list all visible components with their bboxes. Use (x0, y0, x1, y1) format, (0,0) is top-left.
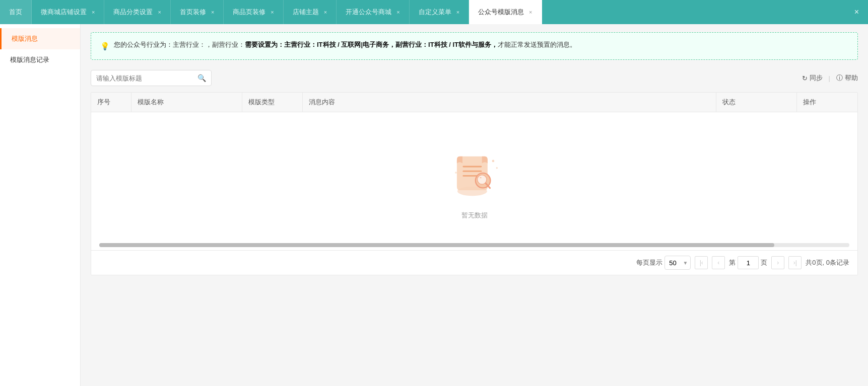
close-open-wechat-shop-tab[interactable]: × (396, 10, 399, 15)
weshop-tab-label: 微商城店铺设置 (41, 8, 87, 17)
tab-weshop-settings[interactable]: 微商城店铺设置 × (32, 0, 104, 24)
content-area: 💡 您的公众号行业为：主营行业：，副营行业：需要设置为：主营行业：IT科技 / … (81, 24, 868, 386)
svg-point-8 (492, 160, 494, 163)
home-decoration-tab-label: 首页装修 (180, 8, 206, 17)
alert-text: 您的公众号行业为：主营行业：，副营行业：需要设置为：主营行业：IT科技 / 互联… (114, 40, 848, 50)
tab-shop-theme[interactable]: 店铺主题 × (284, 0, 337, 24)
alert-highlight: 需要设置为：主营行业：IT科技 / 互联网|电子商务，副营行业：IT科技 / I… (245, 41, 498, 48)
svg-point-9 (496, 167, 497, 169)
toolbar: 🔍 ↻ 同步 | ⓘ 帮助 (91, 70, 858, 86)
tab-product-decoration[interactable]: 商品页装修 × (224, 0, 283, 24)
close-custom-menu-tab[interactable]: × (456, 10, 459, 15)
page-number-input[interactable] (738, 256, 759, 269)
sync-label: 同步 (810, 73, 823, 83)
page-label: 第 (729, 258, 736, 267)
sidebar-template-message-label: 模版消息 (12, 35, 38, 42)
empty-state-icon (444, 142, 505, 203)
th-name: 模版名称 (131, 93, 242, 112)
close-template-message-tab[interactable]: × (529, 10, 532, 15)
sync-button[interactable]: ↻ 同步 (802, 73, 823, 83)
tab-template-message[interactable]: 公众号模版消息 × (469, 0, 542, 24)
tab-open-wechat-shop[interactable]: 开通公众号商城 × (337, 0, 409, 24)
empty-state: 暂无数据 (91, 112, 857, 240)
empty-text: 暂无数据 (461, 211, 488, 220)
help-button[interactable]: ⓘ 帮助 (836, 73, 858, 83)
search-input[interactable] (96, 74, 197, 82)
page-input-wrap: 第 页 (729, 256, 767, 269)
help-label: 帮助 (845, 73, 858, 83)
th-content: 消息内容 (303, 93, 716, 112)
alert-prefix: 您的公众号行业为：主营行业：，副营行业： (114, 41, 245, 48)
sidebar-template-message-log-label: 模版消息记录 (10, 56, 49, 63)
total-info: 共0页, 0条记录 (806, 258, 849, 267)
th-action: 操作 (797, 93, 857, 112)
alert-box: 💡 您的公众号行业为：主营行业：，副营行业：需要设置为：主营行业：IT科技 / … (91, 32, 858, 60)
svg-point-10 (455, 172, 457, 174)
th-seq: 序号 (91, 93, 131, 112)
product-decoration-tab-label: 商品页装修 (233, 8, 265, 17)
main-layout: 模版消息 模版消息记录 💡 您的公众号行业为：主营行业：，副营行业：需要设置为：… (0, 24, 868, 386)
page-size-select[interactable]: 50 10 20 100 (664, 256, 691, 270)
first-page-button[interactable]: |‹ (695, 256, 708, 269)
table-header: 序号 模版名称 模版类型 消息内容 状态 操作 (91, 93, 857, 112)
sync-icon: ↻ (802, 74, 808, 82)
close-weshop-tab[interactable]: × (92, 10, 95, 15)
close-shop-theme-tab[interactable]: × (324, 10, 327, 15)
pagination-bar: 每页显示 50 10 20 100 ▼ |‹ ‹ 第 (91, 250, 857, 275)
page-size-wrap: 每页显示 50 10 20 100 ▼ (636, 256, 691, 270)
alert-icon: 💡 (100, 40, 110, 52)
close-home-decoration-tab[interactable]: × (211, 10, 214, 15)
search-icon[interactable]: 🔍 (197, 74, 206, 82)
horizontal-scrollbar[interactable] (91, 240, 857, 250)
home-tab-label: 首页 (9, 8, 22, 17)
close-all-tabs[interactable]: × (845, 0, 868, 24)
data-table: 序号 模版名称 模版类型 消息内容 状态 操作 (91, 92, 858, 275)
top-nav: 首页 微商城店铺设置 × 商品分类设置 × 首页装修 × 商品页装修 × 店铺主… (0, 0, 868, 24)
product-category-tab-label: 商品分类设置 (113, 8, 153, 17)
tab-home-decoration[interactable]: 首页装修 × (171, 0, 224, 24)
tab-custom-menu[interactable]: 自定义菜单 × (410, 0, 469, 24)
shop-theme-tab-label: 店铺主题 (293, 8, 319, 17)
sidebar: 模版消息 模版消息记录 (0, 24, 81, 386)
help-icon: ⓘ (836, 73, 843, 83)
close-product-decoration-tab[interactable]: × (271, 10, 274, 15)
toolbar-divider: | (829, 74, 830, 82)
last-page-button[interactable]: ›| (788, 256, 802, 269)
template-message-tab-label: 公众号模版消息 (478, 8, 524, 17)
toolbar-right: ↻ 同步 | ⓘ 帮助 (802, 73, 858, 83)
per-page-label: 每页显示 (636, 258, 662, 267)
tab-home[interactable]: 首页 (0, 0, 32, 24)
sidebar-item-template-message-log[interactable]: 模版消息记录 (0, 49, 80, 70)
page-unit: 页 (761, 258, 767, 267)
open-wechat-shop-tab-label: 开通公众号商城 (346, 8, 391, 17)
search-box: 🔍 (91, 70, 212, 86)
sidebar-item-template-message[interactable]: 模版消息 (0, 28, 80, 49)
custom-menu-tab-label: 自定义菜单 (419, 8, 451, 17)
prev-page-button[interactable]: ‹ (712, 256, 725, 269)
th-status: 状态 (716, 93, 797, 112)
alert-suffix: 才能正常发送预置的消息。 (498, 41, 576, 48)
tab-product-category[interactable]: 商品分类设置 × (104, 0, 170, 24)
th-type: 模版类型 (242, 93, 303, 112)
next-page-button[interactable]: › (771, 256, 784, 269)
page-size-selector: 50 10 20 100 ▼ (664, 256, 691, 270)
close-product-category-tab[interactable]: × (158, 10, 161, 15)
